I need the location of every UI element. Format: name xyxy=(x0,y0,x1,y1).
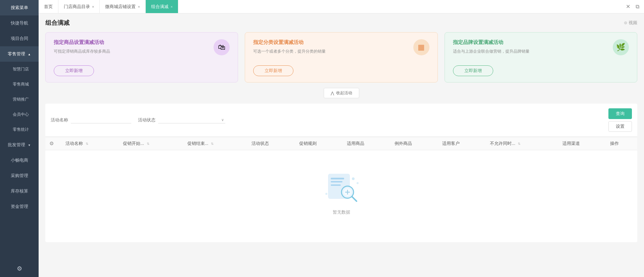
svg-point-10 xyxy=(357,182,359,184)
svg-point-9 xyxy=(352,177,355,180)
sidebar-item-ecommerce[interactable]: 小畅电商 xyxy=(0,153,39,168)
close-tab-product-catalog[interactable]: × xyxy=(92,5,94,9)
activity-table: ⚙ 活动名称 ⇅ 促销开始... ⇅ 促销结束... xyxy=(45,137,637,242)
th-gear: ⚙ xyxy=(45,137,61,150)
category-card-title: 指定分类设置满减活动 xyxy=(253,39,429,46)
activity-cards: 指定商品设置满减活动 🛍 可指定滞销商品或库存较多商品 立即新增 指定分类设置满… xyxy=(45,32,637,82)
th-start-date: 促销开始... ⇅ xyxy=(119,137,183,150)
filter-table-wrapper: 活动名称 活动状态 进行中 未开始 已结束 ∨ xyxy=(45,104,637,242)
filter-activity-name: 活动名称 xyxy=(51,117,131,123)
th-rule: 促销规则 xyxy=(295,137,343,150)
sidebar-item-retail[interactable]: 零售管理 xyxy=(0,46,39,62)
query-button[interactable]: 查询 xyxy=(608,108,632,119)
main-area: 首页 门店商品目录 × 微商城店铺设置 × 组合满减 × ✕ ⧉ 组合满减 ⊙ … xyxy=(39,0,644,277)
settings-button[interactable]: 设置 xyxy=(608,121,632,132)
sidebar-item-wholesale[interactable]: 批发管理 xyxy=(0,137,39,153)
svg-point-11 xyxy=(325,193,327,195)
tab-combo-discount[interactable]: 组合满减 × xyxy=(146,0,178,13)
sidebar-item-member[interactable]: 会员中心 xyxy=(0,107,39,122)
sidebar-item-project[interactable]: 项目合同 xyxy=(0,31,39,46)
svg-rect-1 xyxy=(331,178,344,179)
activity-name-input[interactable] xyxy=(71,117,131,123)
sidebar-item-inventory[interactable]: 库存核算 xyxy=(0,183,39,199)
filter-activity-status: 活动状态 进行中 未开始 已结束 ∨ xyxy=(138,117,225,123)
svg-rect-3 xyxy=(331,184,341,186)
sort-icon-name[interactable]: ⇅ xyxy=(86,142,88,146)
brand-card-desc: 适合与上游企业联合做营销，提升品牌销量 xyxy=(453,48,629,60)
window-controls: ✕ ⧉ xyxy=(625,3,644,10)
category-card-desc: 可选一个或者多个分类，提升分类的销量 xyxy=(253,48,429,60)
th-status: 活动状态 xyxy=(247,137,295,150)
activity-status-label: 活动状态 xyxy=(138,117,155,123)
leaf-icon: 🌿 xyxy=(616,43,625,52)
bag-icon: 🛍 xyxy=(218,43,225,52)
tab-wechat-settings[interactable]: 微商城店铺设置 × xyxy=(100,0,145,13)
activity-status-select-wrapper: 进行中 未开始 已结束 ∨ xyxy=(158,117,225,123)
sidebar-item-retailmall[interactable]: 零售商城 xyxy=(0,77,39,92)
brand-activity-card: 指定品牌设置满减活动 🌿 适合与上游企业联合做营销，提升品牌销量 立即新增 xyxy=(445,32,637,82)
gear-icon: ⚙ xyxy=(17,265,22,272)
th-channel: 适用渠道 xyxy=(558,137,606,150)
sidebar-item-search[interactable]: 搜索菜单 xyxy=(0,0,39,15)
svg-rect-2 xyxy=(331,181,342,182)
category-card-icon: ▦ xyxy=(413,39,429,55)
filter-button-group: 查询 设置 xyxy=(608,108,632,132)
empty-text: 暂无数据 xyxy=(333,209,350,215)
category-activity-card: 指定分类设置满减活动 ▦ 可选一个或者多个分类，提升分类的销量 立即新增 xyxy=(245,32,438,82)
close-tab-wechat-settings[interactable]: × xyxy=(138,5,140,9)
empty-illustration xyxy=(321,170,362,204)
video-link[interactable]: ⊙ 视频 xyxy=(624,20,637,26)
th-end-date: 促销结束... ⇅ xyxy=(183,137,247,150)
sidebar-item-purchase[interactable]: 采购管理 xyxy=(0,168,39,183)
th-activity-name: 活动名称 ⇅ xyxy=(61,137,119,150)
svg-line-6 xyxy=(352,197,357,201)
restore-window-button[interactable]: ⧉ xyxy=(634,3,641,10)
brand-card-add-button[interactable]: 立即新增 xyxy=(453,65,493,76)
sidebar-item-marketing[interactable]: 营销推广 xyxy=(0,92,39,107)
sidebar-settings[interactable]: ⚙ xyxy=(0,260,39,277)
sidebar: 搜索菜单 快捷导航 项目合同 零售管理 智慧门店 零售商城 营销推广 会员中心 … xyxy=(0,0,39,277)
table-container: ⚙ 活动名称 ⇅ 促销开始... ⇅ 促销结束... xyxy=(45,137,637,242)
sidebar-item-retailstats[interactable]: 零售统计 xyxy=(0,122,39,137)
tab-home[interactable]: 首页 xyxy=(39,0,58,13)
category-card-add-button[interactable]: 立即新增 xyxy=(253,65,293,76)
collapse-activities-button[interactable]: ⋀ 收起活动 xyxy=(324,88,359,98)
grid-icon: ▦ xyxy=(418,43,425,52)
collapse-icon: ⋀ xyxy=(331,91,334,96)
content-area: 组合满减 ⊙ 视频 指定商品设置满减活动 🛍 可指定滞销商品或库存较多商品 立即… xyxy=(39,13,644,277)
product-card-icon: 🛍 xyxy=(214,39,230,55)
collapse-label: 收起活动 xyxy=(336,90,352,96)
activity-status-select[interactable]: 进行中 未开始 已结束 xyxy=(158,117,225,123)
page-title-row: 组合满减 ⊙ 视频 xyxy=(45,19,637,27)
th-customer: 适用客户 xyxy=(438,137,486,150)
th-no-overlap: 不允许同时... ⇅ xyxy=(486,137,558,150)
product-activity-card: 指定商品设置满减活动 🛍 可指定滞销商品或库存较多商品 立即新增 xyxy=(45,32,238,82)
table-settings-icon[interactable]: ⚙ xyxy=(49,141,54,146)
brand-card-icon: 🌿 xyxy=(613,39,629,55)
th-products: 适用商品 xyxy=(343,137,390,150)
th-action: 操作 xyxy=(606,137,637,150)
close-window-button[interactable]: ✕ xyxy=(625,3,632,10)
filter-row: 活动名称 活动状态 进行中 未开始 已结束 ∨ xyxy=(45,104,637,137)
close-tab-combo-discount[interactable]: × xyxy=(171,5,173,9)
th-exception: 例外商品 xyxy=(390,137,438,150)
tab-product-catalog[interactable]: 门店商品目录 × xyxy=(58,0,100,13)
sidebar-item-smartstore[interactable]: 智慧门店 xyxy=(0,62,39,77)
sort-icon-overlap[interactable]: ⇅ xyxy=(518,142,520,146)
activity-name-label: 活动名称 xyxy=(51,117,68,123)
page-title: 组合满减 xyxy=(45,19,70,27)
product-card-desc: 可指定滞销商品或库存较多商品 xyxy=(54,48,230,60)
product-card-title: 指定商品设置满减活动 xyxy=(54,39,230,46)
product-card-add-button[interactable]: 立即新增 xyxy=(54,65,94,76)
sidebar-item-quicknav[interactable]: 快捷导航 xyxy=(0,15,39,31)
tab-bar: 首页 门店商品目录 × 微商城店铺设置 × 组合满减 × ✕ ⧉ xyxy=(39,0,644,13)
sidebar-item-finance[interactable]: 资金管理 xyxy=(0,199,39,214)
collapse-btn-row: ⋀ 收起活动 xyxy=(45,88,637,98)
empty-state: 暂无数据 xyxy=(45,150,637,242)
sort-icon-end[interactable]: ⇅ xyxy=(211,142,214,146)
brand-card-title: 指定品牌设置满减活动 xyxy=(453,39,629,46)
empty-state-cell: 暂无数据 xyxy=(45,150,637,242)
sort-icon-start[interactable]: ⇅ xyxy=(147,142,149,146)
